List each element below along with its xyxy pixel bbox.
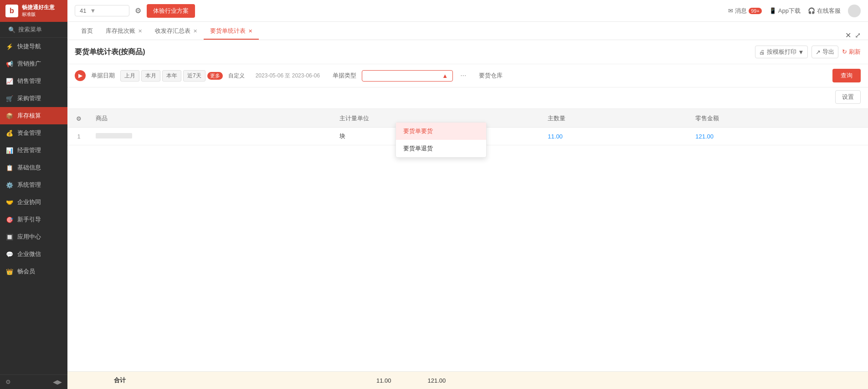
content-area: 要货单统计表(按商品) 🖨 按模板打印 ▼ ↗ 导出 ↻ 刷新 ▶	[67, 40, 868, 389]
tab-inventory-batch-label: 库存批次账	[106, 27, 135, 35]
app-download-label: App下载	[778, 7, 801, 15]
tab-receivable-summary[interactable]: 收发存汇总表 ✕	[149, 23, 204, 40]
company-selector[interactable]: 41 ▼	[75, 5, 129, 16]
message-button[interactable]: ✉ 消息 99+	[728, 7, 762, 15]
chevron-down-icon: ▼	[798, 49, 804, 56]
dropdown-item-order-return[interactable]: 要货单退货	[396, 140, 486, 157]
sidebar-item-guide[interactable]: 🎯 新手引导	[0, 211, 67, 228]
enterprise-icon: 🤝	[5, 198, 14, 206]
tab-order-stats[interactable]: 要货单统计表 ✕	[204, 23, 259, 40]
sidebar-item-basic-info[interactable]: 📋 基础信息	[0, 159, 67, 176]
footer-amount: 121.00	[428, 377, 446, 384]
sidebar-item-label: 库存核算	[17, 112, 41, 120]
close-icon[interactable]: ✕	[248, 28, 252, 34]
message-icon: ✉	[728, 7, 733, 14]
sidebar-item-marketing[interactable]: 📢 营销推广	[0, 55, 67, 72]
col-quantity: 主数量	[542, 110, 690, 128]
last-7-days-button[interactable]: 近7天	[183, 70, 205, 82]
dropdown-item-order-goods[interactable]: 要货单要货	[396, 123, 486, 140]
phone-icon: 📱	[769, 7, 776, 14]
sidebar-item-member[interactable]: 👑 畅会员	[0, 263, 67, 280]
chevron-up-icon: ▲	[442, 72, 448, 79]
sidebar-item-finance[interactable]: 💰 资金管理	[0, 124, 67, 142]
refresh-button[interactable]: ↻ 刷新	[842, 48, 861, 56]
print-button[interactable]: 🖨 按模板打印 ▼	[755, 46, 808, 58]
sales-icon: 📈	[5, 77, 14, 85]
print-icon: 🖨	[759, 49, 765, 56]
avatar[interactable]	[848, 5, 861, 17]
type-select[interactable]: ▲	[362, 70, 453, 82]
sidebar-item-label: 企业协同	[17, 198, 41, 206]
topbar: 41 ▼ ⚙ 体验行业方案 ✉ 消息 99+ 📱 App下载 🎧 在线客服	[67, 0, 868, 22]
type-filter-label: 单据类型	[333, 72, 356, 80]
basic-info-icon: 📋	[5, 164, 14, 172]
sidebar: b 畅捷通好生意 标准版 🔍 搜索菜单 ⚡ 快捷导航 📢 营销推广 📈 销售管理…	[0, 0, 67, 389]
type-dropdown: 要货单要货 要货单退货	[395, 122, 487, 158]
close-icon[interactable]: ✕	[193, 28, 197, 34]
settings-button[interactable]: 设置	[835, 90, 861, 104]
tab-inventory-batch[interactable]: 库存批次账 ✕	[99, 23, 149, 40]
sidebar-item-label: 新手引导	[17, 215, 41, 224]
sidebar-item-operations[interactable]: 📊 经营管理	[0, 142, 67, 159]
close-icon[interactable]: ✕	[138, 28, 142, 34]
message-badge: 99+	[749, 8, 762, 14]
page-header: 要货单统计表(按商品) 🖨 按模板打印 ▼ ↗ 导出 ↻ 刷新	[67, 40, 868, 64]
sidebar-item-enterprise[interactable]: 🤝 企业协同	[0, 194, 67, 211]
expand-icon[interactable]: ⤢	[855, 31, 861, 40]
custom-date-button[interactable]: 自定义	[225, 71, 248, 81]
warehouse-filter-label: 要货仓库	[479, 72, 503, 80]
refresh-icon: ↻	[842, 48, 847, 55]
close-all-button[interactable]: ✕	[845, 31, 851, 40]
app-sub: 标准版	[22, 11, 55, 18]
sidebar-item-label: 应用中心	[17, 233, 41, 241]
query-button[interactable]: 查询	[832, 69, 861, 82]
sidebar-nav: ⚡ 快捷导航 📢 营销推广 📈 销售管理 🛒 采购管理 📦 库存核算 💰 资金管…	[0, 38, 67, 374]
sidebar-item-inventory[interactable]: 📦 库存核算	[0, 107, 67, 124]
sidebar-item-system[interactable]: ⚙️ 系统管理	[0, 176, 67, 194]
row-amount[interactable]: 121.00	[690, 128, 868, 145]
expand-filter-button[interactable]: ▶	[75, 70, 86, 81]
export-button[interactable]: ↗ 导出	[812, 46, 838, 58]
gear-icon[interactable]: ⚙	[135, 6, 141, 15]
sidebar-item-wechat[interactable]: 💬 企业微信	[0, 246, 67, 263]
sidebar-item-label: 畅会员	[17, 267, 35, 276]
sidebar-item-label: 经营管理	[17, 146, 41, 154]
tab-order-stats-label: 要货单统计表	[210, 27, 246, 35]
sidebar-item-label: 快捷导航	[17, 42, 41, 51]
more-options-button[interactable]: ···	[460, 72, 466, 80]
sidebar-item-app-center[interactable]: 🔲 应用中心	[0, 228, 67, 246]
more-badge[interactable]: 更多	[207, 72, 223, 80]
date-filter-group: 上月 本月 本年 近7天 更多 自定义	[120, 70, 248, 82]
sidebar-item-purchase[interactable]: 🛒 采购管理	[0, 90, 67, 107]
online-service-label: 在线客服	[817, 7, 841, 15]
purchase-icon: 🛒	[5, 94, 14, 102]
col-gear[interactable]: ⚙	[67, 110, 90, 128]
sidebar-item-label: 营销推广	[17, 60, 41, 68]
guide-icon: 🎯	[5, 215, 14, 224]
app-name: 畅捷通好生意	[22, 4, 55, 11]
online-service-button[interactable]: 🎧 在线客服	[808, 7, 841, 15]
sidebar-item-label: 基础信息	[17, 164, 41, 172]
page-title: 要货单统计表(按商品)	[75, 47, 145, 62]
operations-icon: 📊	[5, 146, 14, 154]
trial-button[interactable]: 体验行业方案	[147, 4, 195, 18]
row-quantity[interactable]: 11.00	[542, 128, 690, 145]
this-year-button[interactable]: 本年	[162, 70, 181, 82]
sidebar-item-quick-nav[interactable]: ⚡ 快捷导航	[0, 38, 67, 55]
app-download-button[interactable]: 📱 App下载	[769, 7, 801, 15]
search-menu[interactable]: 🔍 搜索菜单	[0, 22, 67, 38]
message-label: 消息	[735, 7, 747, 15]
search-label: 搜索菜单	[18, 26, 42, 34]
page-actions: 🖨 按模板打印 ▼ ↗ 导出 ↻ 刷新	[755, 46, 861, 64]
headset-icon: 🎧	[808, 7, 815, 14]
settings-icon[interactable]: ⚙	[5, 379, 11, 385]
tab-home[interactable]: 首页	[75, 23, 99, 40]
this-month-button[interactable]: 本月	[141, 70, 160, 82]
sidebar-item-sales[interactable]: 📈 销售管理	[0, 72, 67, 90]
app-center-icon: 🔲	[5, 233, 14, 241]
export-icon: ↗	[816, 49, 821, 56]
collapse-icon[interactable]: ◀▶	[53, 379, 62, 385]
prev-month-button[interactable]: 上月	[120, 70, 139, 82]
gear-icon[interactable]: ⚙	[76, 115, 82, 122]
wechat-icon: 💬	[5, 250, 14, 258]
